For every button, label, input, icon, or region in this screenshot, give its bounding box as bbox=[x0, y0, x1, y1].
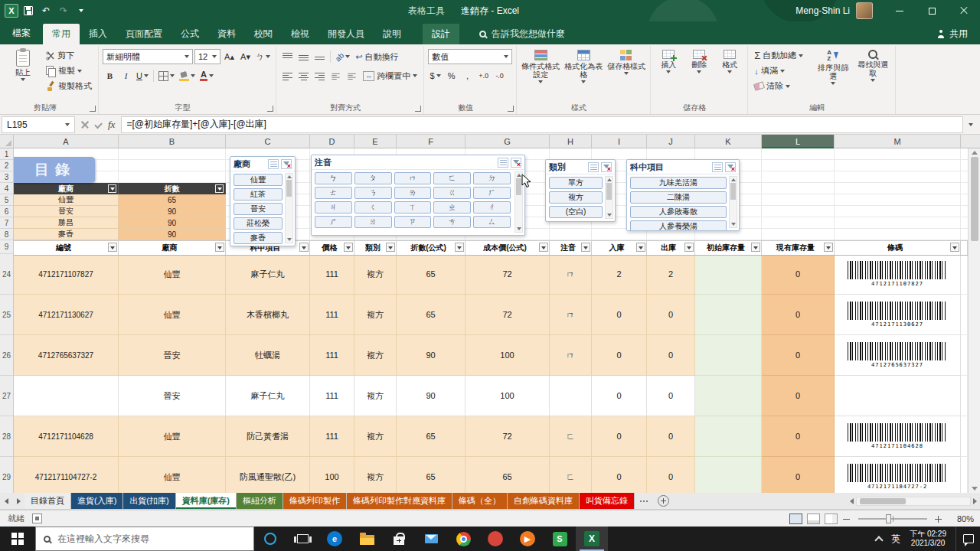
sheet-tab-樞紐分析[interactable]: 樞紐分析 bbox=[237, 493, 283, 509]
slicer-item[interactable]: ㄇ bbox=[394, 172, 432, 184]
name-box[interactable]: L195 bbox=[2, 116, 75, 133]
column-header-F[interactable]: F bbox=[397, 135, 466, 148]
slicer-item[interactable]: ㄕ bbox=[315, 216, 352, 228]
ribbon-tab-說明[interactable]: 說明 bbox=[374, 24, 410, 44]
slicer-item[interactable]: ㄅ bbox=[315, 172, 352, 184]
format-cells-button[interactable]: 格式 bbox=[716, 48, 743, 73]
column-header-D[interactable]: D bbox=[310, 135, 354, 148]
cell[interactable]: 4712171104628 bbox=[14, 416, 119, 457]
delete-cells-button[interactable]: 刪除 bbox=[685, 48, 713, 73]
zoom-in-button[interactable] bbox=[934, 514, 943, 523]
cell[interactable]: 0 bbox=[647, 295, 695, 335]
slicer-item[interactable]: ㄏ bbox=[473, 187, 511, 199]
cell[interactable]: 0 bbox=[592, 335, 647, 376]
cancel-icon[interactable] bbox=[81, 121, 89, 129]
conditional-formatting-button[interactable]: 條件式格式設定 bbox=[521, 48, 560, 83]
row-header[interactable]: 1 bbox=[0, 148, 13, 160]
scroll-down-icon[interactable] bbox=[287, 238, 292, 241]
tray-expand-icon[interactable] bbox=[875, 536, 884, 544]
enter-icon[interactable] bbox=[95, 122, 102, 127]
slicer-item[interactable]: ㄔ bbox=[473, 201, 511, 214]
slicer-item[interactable]: 科中項目九味羌活湯二陳湯人參敗毒散人參養榮湯 bbox=[626, 159, 740, 231]
column-header-L[interactable]: L bbox=[762, 135, 835, 148]
column-header-G[interactable]: G bbox=[466, 135, 550, 148]
cell[interactable]: ㄇ bbox=[550, 295, 592, 335]
cell[interactable]: 111 bbox=[310, 376, 354, 416]
cell[interactable]: 4712765637327 bbox=[14, 335, 119, 376]
zoom-slider[interactable] bbox=[858, 518, 927, 520]
cell[interactable]: 0 bbox=[592, 295, 647, 335]
sheet-tab-出貨(扣庫)[interactable]: 出貨(扣庫) bbox=[123, 493, 175, 509]
slicer-item[interactable]: ㄒ bbox=[394, 201, 432, 214]
ribbon-tab-常用[interactable]: 常用 bbox=[43, 24, 80, 44]
file-tab[interactable]: 檔案 bbox=[0, 21, 43, 44]
italic-button[interactable]: I bbox=[119, 69, 133, 83]
scroll-down-icon[interactable] bbox=[517, 227, 521, 230]
save-icon[interactable] bbox=[21, 3, 36, 18]
cell[interactable]: 100 bbox=[466, 335, 550, 376]
scroll-up-icon[interactable] bbox=[517, 174, 521, 177]
ribbon-tab-公式[interactable]: 公式 bbox=[172, 24, 208, 44]
cell[interactable]: 72 bbox=[466, 416, 550, 457]
zoom-slider-thumb[interactable] bbox=[886, 514, 891, 523]
cell[interactable]: ㄈ bbox=[550, 457, 592, 493]
row-header[interactable]: 24 bbox=[0, 254, 13, 295]
scrollbar-thumb[interactable] bbox=[971, 157, 978, 241]
page-layout-view-button[interactable] bbox=[807, 514, 820, 524]
cell[interactable]: 90 bbox=[119, 217, 226, 229]
filter-dropdown-icon[interactable] bbox=[215, 243, 224, 252]
close-button[interactable] bbox=[948, 0, 980, 21]
column-header-A[interactable]: A bbox=[14, 135, 119, 148]
slicer-item[interactable]: 二陳湯 bbox=[630, 191, 727, 204]
cell[interactable]: 65 bbox=[397, 416, 466, 457]
slicer-item[interactable]: ㄊ bbox=[315, 187, 352, 199]
cell[interactable]: 防風通聖散(乙) bbox=[226, 457, 310, 493]
column-filter-header[interactable]: 注音 bbox=[550, 241, 592, 255]
slicer-multiselect-icon[interactable] bbox=[712, 162, 723, 172]
cell[interactable]: 牡蠣湯 bbox=[226, 335, 310, 376]
media-player-icon[interactable]: ▶ bbox=[511, 527, 544, 551]
cell[interactable] bbox=[961, 457, 968, 493]
cell[interactable]: 勝昌 bbox=[14, 217, 119, 229]
sheet-tab-進貨(入庫)[interactable]: 進貨(入庫) bbox=[71, 493, 123, 509]
slicer-item[interactable]: 紅茶 bbox=[234, 188, 283, 201]
cell[interactable]: 晉安 bbox=[119, 335, 226, 376]
cell[interactable]: 仙豐 bbox=[119, 457, 226, 493]
filter-dropdown-icon[interactable] bbox=[455, 243, 464, 252]
row-header[interactable]: 27 bbox=[0, 376, 13, 416]
format-as-table-button[interactable]: 格式化為表格 bbox=[564, 48, 603, 83]
cell[interactable]: 0 bbox=[762, 254, 835, 295]
slicer-zhuyin[interactable]: 注音ㄅㄆㄇㄈㄉㄊㄋㄌㄍㄏㄐㄑㄒㄓㄔㄕㄖㄗㄘㄙ bbox=[311, 155, 525, 236]
taskbar-search[interactable]: 在這裡輸入文字來搜尋 bbox=[35, 527, 254, 551]
sheet-tab-目錄首頁[interactable]: 目錄首頁 bbox=[24, 493, 71, 509]
slicer-item[interactable]: ㄑ bbox=[354, 201, 392, 214]
cell[interactable]: 複方 bbox=[354, 295, 397, 335]
cell[interactable]: ㄇ bbox=[550, 335, 592, 376]
cell[interactable]: 100 bbox=[466, 376, 550, 416]
cell[interactable]: 90 bbox=[119, 206, 226, 217]
restore-button[interactable] bbox=[916, 0, 948, 21]
task-view-icon[interactable] bbox=[286, 527, 318, 551]
slicer-item[interactable]: 九味羌活湯 bbox=[630, 177, 727, 189]
share-button[interactable]: 共用 bbox=[937, 24, 968, 44]
cell[interactable]: 72 bbox=[466, 254, 550, 295]
cell[interactable]: 2 bbox=[592, 254, 647, 295]
cell-barcode[interactable]: 4712171107827 bbox=[835, 254, 961, 295]
cell[interactable]: 0 bbox=[762, 416, 835, 457]
slicer-clear-filter-icon[interactable] bbox=[281, 159, 292, 169]
cell[interactable]: 木香檳榔丸 bbox=[226, 295, 310, 335]
number-dialog-launcher[interactable] bbox=[508, 106, 514, 112]
slicer-item[interactable]: 莊松榮 bbox=[234, 217, 283, 230]
filter-dropdown-icon[interactable] bbox=[684, 243, 694, 252]
slicer-multiselect-icon[interactable] bbox=[268, 159, 279, 169]
font-size-select[interactable]: 12 bbox=[194, 49, 220, 64]
cell[interactable]: 90 bbox=[119, 229, 226, 240]
formula-bar-expand-icon[interactable] bbox=[963, 123, 978, 126]
slicer-item[interactable]: ㄈ bbox=[433, 172, 471, 184]
column-header-I[interactable]: I bbox=[592, 135, 647, 148]
alignment-dialog-launcher[interactable] bbox=[415, 106, 421, 112]
sheet-tab-自創條碼資料庫[interactable]: 自創條碼資料庫 bbox=[508, 493, 580, 509]
row-header[interactable]: 8 bbox=[0, 229, 13, 240]
minimize-button[interactable] bbox=[884, 0, 916, 21]
sheet-nav-right-icon[interactable] bbox=[12, 493, 24, 509]
